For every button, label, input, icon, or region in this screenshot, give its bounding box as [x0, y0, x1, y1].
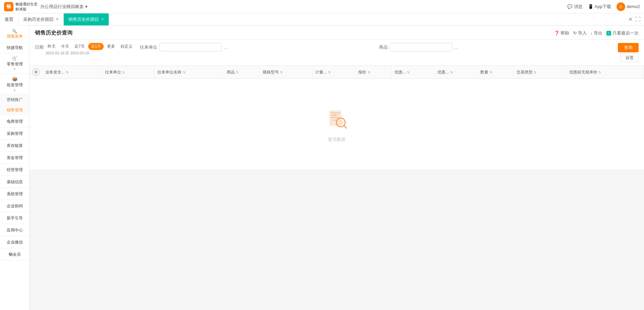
- date-filter-group: 日期 昨天 今天 近7天 近1月 更多 自定义 2023-02-18 至 202…: [35, 43, 135, 56]
- only-last-checkbox[interactable]: ✓ 只看最后一次: [606, 30, 639, 36]
- sidebar-item-operations[interactable]: 经营管理: [0, 164, 29, 176]
- message-icon: 💬: [567, 4, 573, 9]
- sidebar-item-wechat[interactable]: 企业微信: [0, 236, 29, 248]
- tab-home[interactable]: 首页: [0, 13, 18, 25]
- date-btn-custom[interactable]: 自定义: [118, 43, 135, 50]
- sidebar-item-marketing[interactable]: 营销推广: [0, 95, 29, 105]
- app-download-btn[interactable]: 📱 App下载: [588, 4, 611, 10]
- tabbar-actions: ✕ ⛶: [628, 16, 644, 22]
- main-layout: 🔍 搜索菜单 快捷导航 🛒 零售管理 ▾ 📦 批发管理 ▴ 营销推广 销售管理 …: [0, 25, 644, 310]
- empty-illustration: [323, 106, 350, 133]
- col-spec[interactable]: 规格型号 ⇅: [260, 66, 313, 79]
- sidebar-item-purchase[interactable]: 采购管理: [0, 127, 29, 140]
- message-btn[interactable]: 💬 消息: [567, 4, 583, 10]
- close-tab-sales[interactable]: ✕: [101, 17, 104, 21]
- empty-text: 暂无数据: [328, 137, 345, 143]
- import-btn[interactable]: ↻ 导入: [573, 30, 587, 36]
- sidebar-item-guide[interactable]: 新手引导: [0, 212, 29, 224]
- product-selector-btn[interactable]: ...: [454, 44, 459, 50]
- tab-sales-history[interactable]: 销售历史价跟踪 ✕: [64, 13, 109, 25]
- app-selector[interactable]: 办公用品行业模拟账套 ▾: [40, 4, 88, 10]
- sidebar-nav[interactable]: 快捷导航: [0, 43, 29, 53]
- chevron-down-icon: ▾: [85, 4, 88, 9]
- col-discount2[interactable]: 优惠... ⇅: [435, 66, 478, 79]
- col-price[interactable]: 报价 ⇅: [356, 66, 392, 79]
- sidebar-item-wholesale[interactable]: 📦 批发管理 ▴: [0, 74, 29, 95]
- product-input[interactable]: [390, 43, 452, 51]
- partner-selector-btn[interactable]: ...: [224, 44, 228, 50]
- date-btn-1month[interactable]: 近1月: [88, 43, 104, 50]
- filter-actions: 查询 设置: [618, 43, 639, 62]
- chevron-down-icon: ▾: [14, 67, 15, 71]
- product-filter-group: 商品 ...: [379, 43, 612, 51]
- sort-icon: ⇅: [598, 70, 601, 74]
- sort-icon: ⇅: [328, 70, 331, 74]
- settings-button[interactable]: 设置: [621, 54, 639, 62]
- avatar: D: [616, 2, 625, 11]
- date-filter: 昨天 今天 近7天 近1月 更多 自定义 2023-02-18 至 2023-0…: [46, 43, 135, 56]
- col-partner-name[interactable]: 往来单位名称 ⇅: [155, 66, 224, 79]
- svg-line-6: [344, 125, 346, 128]
- sidebar-item-inventory[interactable]: 库存核算: [0, 140, 29, 152]
- date-btn-7days[interactable]: 近7天: [72, 43, 87, 50]
- date-buttons: 昨天 今天 近7天 近1月 更多 自定义: [46, 43, 135, 50]
- sidebar-item-basic[interactable]: 基础信息: [0, 176, 29, 188]
- close-tab-purchase[interactable]: ✕: [56, 17, 59, 21]
- import-icon: ↻: [573, 31, 577, 36]
- svg-point-5: [338, 120, 343, 125]
- col-quantity[interactable]: 数量 ⇅: [478, 66, 514, 79]
- date-range-display: 2023-02-18 至 2023-03-18: [46, 51, 135, 56]
- col-settings[interactable]: ⚙: [30, 66, 43, 79]
- table-header: ⚙ 业务发生... ⇅ 往来单位 ⇅ 往来单位名称: [30, 66, 644, 79]
- wholesale-icon: 📦: [12, 76, 17, 82]
- user-menu[interactable]: D demo2: [616, 2, 640, 11]
- col-business-date[interactable]: 业务发生... ⇅: [43, 66, 102, 79]
- svg-rect-3: [331, 117, 339, 118]
- sidebar-item-sales-mgmt[interactable]: 销售管理: [0, 105, 29, 115]
- sidebar-item-apps[interactable]: 应用中心: [0, 224, 29, 236]
- sidebar-item-system[interactable]: 系统管理: [0, 188, 29, 200]
- sidebar-item-member[interactable]: 畅会员: [0, 248, 29, 260]
- date-btn-yesterday[interactable]: 昨天: [46, 43, 58, 50]
- maximize-btn[interactable]: ⛶: [635, 16, 641, 22]
- sidebar-search[interactable]: 🔍 搜索菜单: [0, 25, 29, 43]
- sidebar-item-ecommerce[interactable]: 电商管理: [0, 115, 29, 127]
- logo-icon: 畅: [4, 2, 13, 11]
- sort-icon: ⇅: [236, 70, 238, 74]
- export-icon: ↓: [591, 31, 593, 36]
- col-unit[interactable]: 计量... ⇅: [313, 66, 356, 79]
- date-btn-today[interactable]: 今天: [59, 43, 71, 50]
- topbar-left: 畅 畅捷通好生意 标准版 办公用品行业模拟账套 ▾: [4, 2, 88, 11]
- topbar: 畅 畅捷通好生意 标准版 办公用品行业模拟账套 ▾ 💬 消息 📱 App下载 D…: [0, 0, 644, 13]
- col-product[interactable]: 商品 ⇅: [224, 66, 260, 79]
- col-tax-price[interactable]: 优惠前无税单价 ⇅: [566, 66, 644, 79]
- date-btn-more[interactable]: 更多: [105, 43, 117, 50]
- tabbar: 首页 采购历史价跟踪 ✕ 销售历史价跟踪 ✕ ✕ ⛶: [0, 13, 644, 25]
- logo-text: 畅捷通好生意 标准版: [15, 2, 38, 11]
- sidebar-item-finance[interactable]: 资金管理: [0, 152, 29, 164]
- help-icon: ❓: [554, 31, 559, 36]
- close-tab-btn[interactable]: ✕: [628, 16, 633, 22]
- data-table: ⚙ 业务发生... ⇅ 往来单位 ⇅ 往来单位名称: [30, 66, 644, 79]
- page-title: 销售历史价查询: [35, 30, 72, 37]
- col-partner-code[interactable]: 往来单位 ⇅: [102, 66, 155, 79]
- sidebar-item-retail[interactable]: 🛒 零售管理 ▾: [0, 53, 29, 74]
- sort-icon: ⇅: [407, 70, 410, 74]
- col-discount1[interactable]: 优惠... ⇅: [392, 66, 435, 79]
- sort-icon: ⇅: [280, 70, 283, 74]
- sort-icon: ⇅: [450, 70, 453, 74]
- query-button[interactable]: 查询: [618, 43, 639, 52]
- svg-rect-7: [332, 120, 337, 121]
- sort-icon: ⇅: [183, 70, 185, 74]
- sidebar-item-enterprise[interactable]: 企业协同: [0, 200, 29, 212]
- tab-purchase-history[interactable]: 采购历史价跟踪 ✕: [18, 13, 64, 25]
- sort-icon: ⇅: [66, 70, 68, 74]
- col-trade-type[interactable]: 交易类型 ⇅: [514, 66, 567, 79]
- phone-icon: 📱: [588, 4, 593, 9]
- sort-icon: ⇅: [122, 70, 125, 74]
- gear-icon[interactable]: ⚙: [32, 68, 40, 76]
- partner-input[interactable]: [159, 43, 222, 51]
- chevron-up-icon: ▴: [14, 88, 15, 92]
- help-btn[interactable]: ❓ 帮助: [554, 30, 569, 36]
- export-btn[interactable]: ↓ 导出: [591, 30, 603, 36]
